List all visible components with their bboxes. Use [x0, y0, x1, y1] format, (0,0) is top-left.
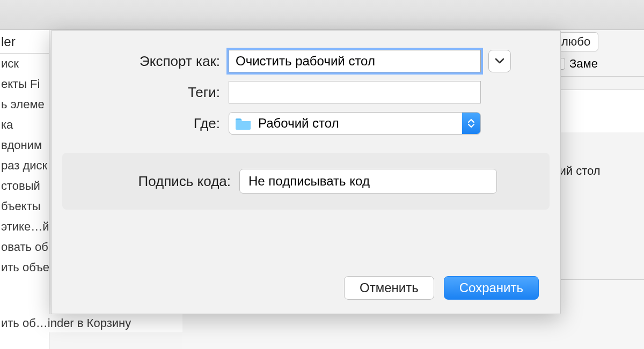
sidebar-header: ler	[0, 30, 49, 54]
save-button[interactable]: Сохранить	[444, 276, 539, 300]
popup-arrows-icon	[462, 113, 480, 134]
list-item[interactable]: чий стол	[550, 161, 644, 181]
where-popup[interactable]: Рабочий стол	[229, 112, 481, 135]
sidebar-item[interactable]: ка	[0, 115, 49, 135]
sidebar-item[interactable]: екты Fi	[0, 74, 49, 94]
sidebar-item[interactable]: стовый	[0, 176, 49, 196]
where-value: Рабочий стол	[258, 116, 339, 131]
code-sign-label: Подпись кода:	[84, 173, 239, 190]
export-as-label: Экспорт как:	[62, 53, 229, 70]
right-bottom	[550, 279, 644, 349]
save-dialog: Экспорт как: Теги: Где: Рабочий стол П	[51, 30, 561, 314]
window-toolbar	[0, 0, 644, 30]
code-sign-value: Не подписывать код	[248, 174, 370, 189]
sidebar-item[interactable]: иск	[0, 54, 49, 74]
cancel-button[interactable]: Отменить	[344, 276, 434, 300]
right-list: чий стол	[550, 90, 644, 132]
disclosure-button[interactable]	[488, 50, 511, 72]
tags-label: Теги:	[62, 84, 229, 101]
sidebar: ler иск екты Fi ь элеме ка вдоним раз ди…	[0, 30, 49, 349]
replace-label: Заме	[569, 57, 598, 71]
folder-icon	[235, 116, 252, 130]
tags-input[interactable]	[229, 81, 481, 103]
sidebar-item[interactable]: ить об…inder в Корзину	[0, 314, 182, 332]
sidebar-item[interactable]: этике…й	[0, 217, 49, 237]
sidebar-item[interactable]: вдоним	[0, 135, 49, 155]
chevron-down-icon	[495, 58, 504, 64]
right-panel: любо Заме чий стол	[550, 30, 644, 349]
sidebar-item[interactable]: овать об	[0, 237, 49, 257]
sidebar-item[interactable]: ить объе	[0, 257, 49, 278]
popup-arrows-icon	[370, 176, 377, 186]
sidebar-item[interactable]: раз диск	[0, 155, 49, 176]
code-sign-popup[interactable]: Не подписывать код	[239, 169, 497, 194]
sidebar-item[interactable]: бъекты	[0, 196, 49, 217]
where-label: Где:	[62, 115, 229, 132]
sidebar-item[interactable]: ь элеме	[0, 94, 49, 115]
export-as-input[interactable]	[229, 50, 481, 72]
